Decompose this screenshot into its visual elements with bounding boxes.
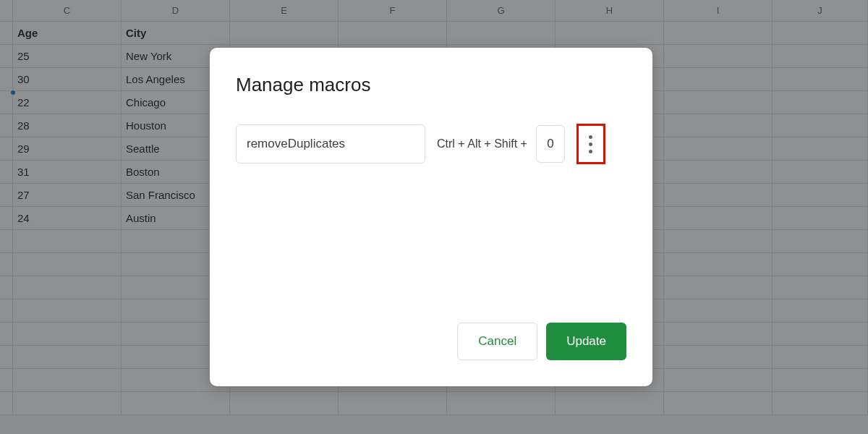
- cancel-button[interactable]: Cancel: [457, 323, 537, 360]
- shortcut-prefix-label: Ctrl + Alt + Shift +: [437, 137, 527, 150]
- dialog-footer: Cancel Update: [236, 323, 626, 360]
- more-vertical-icon: [589, 142, 592, 146]
- more-options-button[interactable]: [576, 124, 605, 164]
- dialog-title: Manage macros: [236, 74, 626, 96]
- more-vertical-icon: [589, 135, 592, 139]
- update-button[interactable]: Update: [546, 323, 626, 360]
- macro-row: Ctrl + Alt + Shift +: [236, 124, 626, 164]
- manage-macros-dialog: Manage macros Ctrl + Alt + Shift + Cance…: [210, 48, 652, 386]
- more-vertical-icon: [589, 150, 592, 153]
- shortcut-key-input[interactable]: [536, 125, 565, 163]
- macro-name-input[interactable]: [236, 124, 425, 163]
